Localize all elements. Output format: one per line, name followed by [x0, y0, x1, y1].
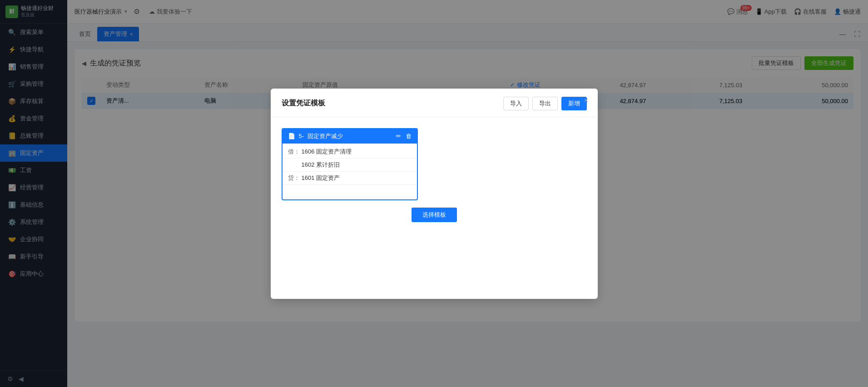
export-btn[interactable]: 导出: [532, 97, 558, 110]
modal-title: 设置凭证模板: [282, 99, 325, 108]
modal-close-btn[interactable]: ×: [584, 96, 589, 105]
template-delete-icon[interactable]: 🗑: [406, 133, 412, 139]
entry-type-1: 借：: [288, 148, 302, 156]
select-template-btn[interactable]: 选择模板: [412, 208, 457, 222]
entry-account-3: 1601 固定资产: [302, 174, 366, 182]
main-area: 医疗器械行业演示 ▼ ⚙ ☁ 我要体验一下 💬 消息 99+ 📱 App下载 🎧…: [67, 0, 868, 387]
entry-account-2: 1602 累计折旧: [302, 161, 366, 169]
template-id: 5-: [299, 133, 304, 139]
template-entry-2: 1602 累计折旧: [283, 159, 417, 172]
template-card-header: 📄 5- 固定资产减少 ✏ 🗑: [283, 129, 417, 144]
modal-header: 设置凭证模板 导入 导出 新增 ×: [271, 89, 598, 117]
modal-dialog: 设置凭证模板 导入 导出 新增 × 📄 5- 固定资产减少: [271, 89, 598, 299]
template-name: 固定资产减少: [308, 132, 343, 140]
template-header-actions: ✏ 🗑: [396, 133, 412, 139]
content-area: ◀ 生成的凭证预览 批量凭证模板 全部生成凭证 变动类型 资产名称 固定资产原值…: [67, 42, 868, 387]
template-edit-icon[interactable]: ✏: [396, 133, 401, 139]
template-empty-row: [283, 185, 417, 198]
import-btn[interactable]: 导入: [503, 97, 529, 110]
template-doc-icon: 📄: [288, 133, 295, 139]
entry-type-3: 贷：: [288, 174, 302, 182]
modal-body: 📄 5- 固定资产减少 ✏ 🗑 借： 1606 固定资产清理: [271, 117, 598, 299]
entry-account-1: 1606 固定资产清理: [302, 148, 366, 156]
template-entry-1: 借： 1606 固定资产清理: [283, 145, 417, 159]
template-card: 📄 5- 固定资产减少 ✏ 🗑 借： 1606 固定资产清理: [282, 128, 418, 200]
template-body: 借： 1606 固定资产清理 1602 累计折旧: [283, 144, 417, 199]
template-entry-3: 贷： 1601 固定资产: [283, 172, 417, 185]
modal-overlay: 设置凭证模板 导入 导出 新增 × 📄 5- 固定资产减少: [67, 42, 868, 387]
modal-header-actions: 导入 导出 新增: [503, 97, 587, 110]
new-template-btn[interactable]: 新增: [561, 97, 587, 110]
